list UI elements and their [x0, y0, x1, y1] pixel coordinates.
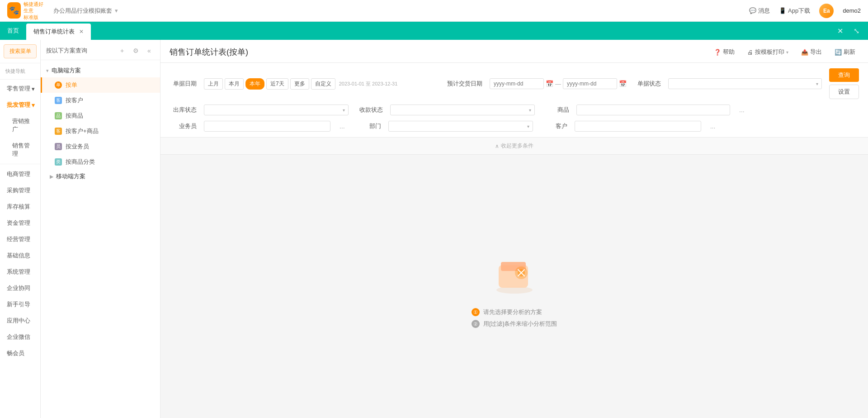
date-btn-7days[interactable]: 近7天 — [266, 78, 288, 90]
date-btn-group: 上月 本月 本年 近7天 更多 自定义 — [204, 78, 335, 90]
newbie-label: 新手引导 — [7, 300, 30, 309]
expected-date-from[interactable] — [490, 78, 544, 89]
by-customer-product-icon: 客 — [55, 128, 62, 135]
plan-by-order[interactable]: 单 按单 — [41, 77, 160, 93]
print-dropdown-arrow: ▾ — [786, 50, 788, 55]
sidebar-item-ecommerce[interactable]: 电商管理 — [0, 166, 40, 182]
customer-input[interactable] — [575, 121, 701, 132]
sidebar-divider-1 — [0, 164, 40, 164]
operation-label: 经营管理 — [7, 235, 30, 243]
app-download-btn[interactable]: 📱 App下载 — [779, 7, 810, 15]
calendar-from-icon[interactable]: 📅 — [546, 80, 553, 87]
date-btn-more[interactable]: 更多 — [290, 78, 309, 90]
logo-area: 🐾 畅捷通好生意 标准版 — [7, 1, 48, 20]
sidebar-item-appcenter[interactable]: 应用中心 — [0, 313, 40, 329]
message-icon: 💬 — [749, 7, 756, 14]
message-btn[interactable]: 💬 消息 — [749, 7, 770, 15]
tab-expand-btn[interactable]: ⤡ — [850, 24, 863, 37]
sidebar-item-finance[interactable]: 资金管理 — [0, 215, 40, 231]
purchase-label: 采购管理 — [7, 186, 30, 195]
date-btn-this-year[interactable]: 本年 — [245, 78, 264, 90]
plan-by-category[interactable]: 类 按商品分类 — [41, 154, 160, 170]
help-btn[interactable]: ❓ 帮助 — [710, 46, 738, 58]
setting-btn[interactable]: 设置 — [829, 85, 859, 99]
ship-status-select[interactable] — [204, 104, 349, 115]
salesman-more-btn[interactable]: ... — [338, 123, 347, 130]
calendar-to-icon[interactable]: 📅 — [619, 80, 627, 87]
retail-arrow: ▾ — [32, 86, 35, 92]
tab-sales-order-stat[interactable]: 销售订单统计表 ✕ — [26, 24, 91, 40]
breadcrumb-dropdown-btn[interactable]: ▾ — [115, 7, 118, 14]
tab-close-btn[interactable]: ✕ — [79, 28, 84, 35]
sidebar-item-wechat[interactable]: 企业微信 — [0, 329, 40, 345]
avatar[interactable]: Ea — [819, 4, 834, 18]
date-btn-this-month[interactable]: 本月 — [225, 78, 244, 90]
retail-label: 零售管理 — [7, 85, 30, 93]
query-btn[interactable]: 查询 — [829, 68, 859, 82]
dept-wrapper: ▾ — [388, 121, 533, 132]
date-range-display: 2023-01-01 至 2023-12-31 — [339, 81, 398, 87]
date-btn-custom[interactable]: 自定义 — [311, 78, 335, 90]
left-panel: 按以下方案查询 + ⚙ « ▾ 电脑端方案 单 按单 客 按 — [41, 40, 160, 418]
mobile-plan-group[interactable]: ▶ 移动端方案 — [41, 170, 160, 183]
member-label: 畅会员 — [7, 349, 24, 357]
export-btn[interactable]: 📤 导出 — [797, 46, 826, 58]
collapse-panel-btn[interactable]: « — [144, 45, 155, 56]
pay-status-select[interactable] — [390, 104, 535, 115]
sidebar-item-inventory[interactable]: 库存核算 — [0, 199, 40, 215]
plan-by-customer[interactable]: 客 按客户 — [41, 93, 160, 108]
download-icon: 📱 — [779, 7, 786, 14]
dept-select[interactable] — [388, 121, 533, 132]
search-menu-btn[interactable]: 搜索菜单 — [4, 44, 37, 58]
page-header-actions: ❓ 帮助 🖨 按模板打印 ▾ 📤 导出 🔄 刷新 — [710, 46, 859, 58]
sidebar-item-sales[interactable]: 销售管理 — [0, 138, 40, 162]
empty-tip-1: ① 请先选择要分析的方案 — [472, 308, 557, 316]
pc-plan-group[interactable]: ▾ 电脑端方案 — [41, 64, 160, 77]
goods-input[interactable] — [576, 104, 730, 115]
goods-more-btn[interactable]: ... — [737, 106, 746, 114]
add-plan-btn[interactable]: + — [117, 45, 127, 56]
wholesale-arrow: ▾ — [32, 102, 35, 109]
left-panel-actions: + ⚙ « — [117, 45, 155, 56]
print-btn[interactable]: 🖨 按模板打印 ▾ — [744, 46, 792, 58]
salesman-input[interactable] — [204, 121, 330, 132]
expected-date-group: 📅 — 📅 — [490, 78, 627, 89]
plan-by-salesman[interactable]: 员 按业务员 — [41, 139, 160, 154]
sidebar-item-retail[interactable]: 零售管理 ▾ — [0, 81, 40, 97]
marketing-label: 营销推广 — [12, 117, 35, 133]
customer-more-btn[interactable]: ... — [708, 123, 717, 130]
empty-illustration — [487, 245, 542, 299]
sidebar-item-wholesale[interactable]: 批发管理 ▾ — [0, 97, 40, 113]
sidebar-item-purchase[interactable]: 采购管理 — [0, 182, 40, 199]
plan-by-customer-product[interactable]: 客 按客户+商品 — [41, 124, 160, 139]
filter-row-2: 出库状态 ▾ 收款状态 ▾ 商品 — [170, 104, 859, 115]
inventory-label: 库存核算 — [7, 203, 30, 211]
tab-close-all-btn[interactable]: ✕ — [834, 24, 846, 37]
plan-by-product[interactable]: 品 按商品 — [41, 108, 160, 124]
sidebar-item-basic[interactable]: 基础信息 — [0, 247, 40, 264]
content-area: 按以下方案查询 + ⚙ « ▾ 电脑端方案 单 按单 客 按 — [41, 40, 868, 418]
sidebar-item-enterprise[interactable]: 企业协同 — [0, 280, 40, 296]
by-category-icon: 类 — [55, 158, 62, 166]
date-btn-last-month[interactable]: 上月 — [204, 78, 223, 90]
empty-tip-2: ② 用[过滤]条件来缩小分析范围 — [472, 320, 557, 328]
enterprise-label: 企业协同 — [7, 284, 30, 292]
refresh-btn[interactable]: 🔄 刷新 — [831, 46, 859, 58]
status-label: 单据状态 — [634, 80, 661, 88]
sidebar-item-system[interactable]: 系统管理 — [0, 264, 40, 280]
status-select[interactable] — [668, 78, 822, 89]
sidebar-item-marketing[interactable]: 营销推广 — [0, 113, 40, 138]
collapse-row[interactable]: ∧ 收起更多条件 — [160, 138, 868, 155]
sidebar-item-member[interactable]: 畅会员 — [0, 345, 40, 361]
setting-plan-btn[interactable]: ⚙ — [130, 45, 141, 56]
collapse-conditions-btn[interactable]: ∧ 收起更多条件 — [495, 142, 533, 150]
expected-date-to[interactable] — [563, 78, 617, 89]
left-panel-title: 按以下方案查询 — [46, 47, 114, 55]
topbar: 🐾 畅捷通好生意 标准版 办公用品行业模拟账套 ▾ 💬 消息 📱 App下载 E… — [0, 0, 868, 22]
plan-section: ▾ 电脑端方案 单 按单 客 按客户 品 按商品 客 按客户+商品 — [41, 60, 160, 187]
tab-home[interactable]: 首页 — [0, 22, 26, 40]
by-salesman-icon: 员 — [55, 143, 62, 150]
refresh-icon: 🔄 — [835, 49, 842, 56]
sidebar-item-newbie[interactable]: 新手引导 — [0, 296, 40, 313]
sidebar-item-operation[interactable]: 经营管理 — [0, 231, 40, 247]
